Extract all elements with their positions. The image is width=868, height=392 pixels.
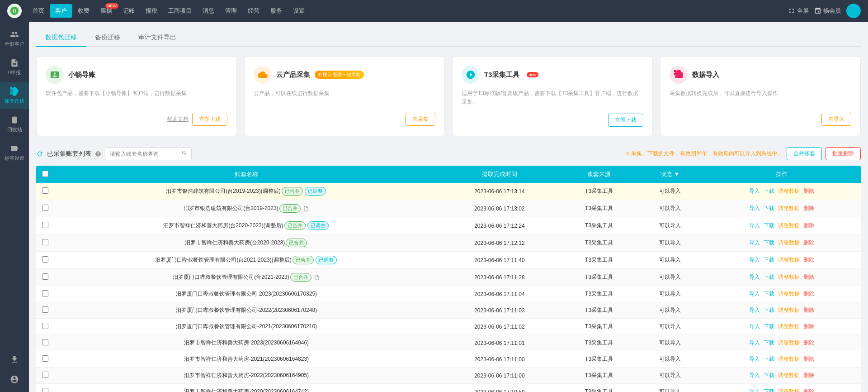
batch-delete-btn[interactable]: 批量删除 (826, 147, 861, 160)
col-status[interactable]: 状态 ▼ (638, 166, 703, 183)
cloud-collect-btn[interactable]: 去采集 (406, 113, 435, 126)
row-checkbox[interactable] (42, 323, 48, 329)
row-checkbox[interactable] (42, 372, 48, 378)
action-delete[interactable]: 删除 (803, 257, 814, 263)
merge-accounts-btn[interactable]: 合并账套 (787, 147, 822, 160)
nav-item-工商项目[interactable]: 工商项目 (163, 4, 197, 18)
action-adjust[interactable]: 调整数据 (778, 307, 800, 313)
action-import[interactable]: 导入 (749, 323, 760, 330)
action-delete[interactable]: 删除 (803, 323, 814, 330)
search-input[interactable] (105, 148, 178, 159)
sidebar-item-all-clients[interactable]: 全部客户 (0, 25, 29, 52)
row-checkbox[interactable] (42, 222, 48, 228)
action-delete[interactable]: 删除 (803, 205, 814, 211)
sidebar-item-tag-settings[interactable]: 标签设置 (0, 139, 29, 166)
nav-item-管理[interactable]: 管理 (220, 4, 242, 18)
action-import[interactable]: 导入 (749, 205, 760, 211)
action-download[interactable]: 下载 (764, 323, 774, 330)
action-delete[interactable]: 删除 (803, 388, 814, 392)
help-icon[interactable] (95, 151, 101, 157)
action-delete[interactable]: 删除 (803, 274, 814, 280)
refresh-icon[interactable] (36, 150, 43, 158)
action-download[interactable]: 下载 (764, 188, 774, 194)
action-delete[interactable]: 删除 (803, 188, 814, 194)
action-import[interactable]: 导入 (749, 257, 760, 263)
action-adjust[interactable]: 调整数据 (778, 239, 800, 246)
action-download[interactable]: 下载 (764, 239, 774, 246)
row-checkbox[interactable] (42, 256, 48, 263)
sidebar-item-download[interactable] (0, 350, 29, 368)
nav-item-报税[interactable]: 报税 (140, 4, 163, 18)
action-delete[interactable]: 删除 (803, 356, 814, 362)
row-checkbox[interactable] (42, 290, 48, 296)
action-adjust[interactable]: 调整数据 (778, 356, 800, 362)
action-delete[interactable]: 删除 (803, 339, 814, 346)
action-download[interactable]: 下载 (764, 307, 774, 313)
sidebar-item-trash[interactable]: 回收站 (0, 111, 29, 138)
action-import[interactable]: 导入 (749, 274, 760, 280)
xiaochang-download-btn[interactable]: 立即下载 (192, 113, 227, 126)
action-import[interactable]: 导入 (749, 188, 760, 194)
nav-item-客户[interactable]: 客户 (50, 4, 72, 18)
nav-item-消息[interactable]: 消息 (197, 4, 220, 18)
action-adjust[interactable]: 调整数据 (778, 257, 800, 263)
row-checkbox[interactable] (42, 339, 48, 345)
action-import[interactable]: 导入 (749, 291, 760, 297)
action-download[interactable]: 下载 (764, 339, 774, 346)
action-download[interactable]: 下载 (764, 222, 774, 229)
action-download[interactable]: 下载 (764, 205, 774, 211)
action-import[interactable]: 导入 (749, 239, 760, 246)
action-download[interactable]: 下载 (764, 291, 774, 297)
action-delete[interactable]: 删除 (803, 222, 814, 229)
nav-item-收费[interactable]: 收费 (72, 4, 95, 18)
action-import[interactable]: 导入 (749, 339, 760, 346)
action-delete[interactable]: 删除 (803, 372, 814, 378)
action-download[interactable]: 下载 (764, 388, 774, 392)
search-button[interactable] (178, 148, 191, 160)
tab-backup-migration[interactable]: 备份迁移 (86, 29, 129, 47)
dataimport-btn[interactable]: 去导入 (821, 113, 851, 126)
row-checkbox[interactable] (42, 306, 48, 313)
action-adjust[interactable]: 调整数据 (778, 274, 800, 280)
action-delete[interactable]: 删除 (803, 291, 814, 297)
row-checkbox[interactable] (42, 273, 48, 280)
action-adjust[interactable]: 调整数据 (778, 291, 800, 297)
row-checkbox[interactable] (42, 355, 48, 362)
action-adjust[interactable]: 调整数据 (778, 188, 800, 194)
action-adjust[interactable]: 调整数据 (778, 372, 800, 378)
action-delete[interactable]: 删除 (803, 307, 814, 313)
row-checkbox[interactable] (42, 187, 48, 194)
action-download[interactable]: 下载 (764, 372, 774, 378)
nav-item-首页[interactable]: 首页 (27, 4, 50, 18)
action-adjust[interactable]: 调整数据 (778, 388, 800, 392)
row-checkbox[interactable] (42, 388, 48, 392)
action-import[interactable]: 导入 (749, 356, 760, 362)
action-delete[interactable]: 删除 (803, 239, 814, 246)
row-checkbox[interactable] (42, 205, 48, 211)
nav-item-服务[interactable]: 服务 (265, 4, 288, 18)
sidebar-item-user-settings[interactable] (0, 370, 29, 388)
tab-data-migration[interactable]: 数据包迁移 (36, 29, 86, 47)
user-avatar[interactable] (846, 4, 861, 18)
action-import[interactable]: 导入 (749, 372, 760, 378)
nav-item-经营[interactable]: 经营 (242, 4, 265, 18)
select-all-checkbox[interactable] (42, 171, 48, 177)
help-doc-link[interactable]: 帮助文档 (167, 115, 189, 123)
t3-download-btn[interactable]: 立即下载 (608, 114, 643, 127)
app-logo[interactable] (7, 4, 22, 18)
sidebar-item-migrate[interactable]: 账套迁移 (0, 82, 29, 109)
action-adjust[interactable]: 调整数据 (778, 222, 800, 229)
action-import[interactable]: 导入 (749, 388, 760, 392)
tab-audit-export[interactable]: 审计文件导出 (129, 29, 185, 47)
action-adjust[interactable]: 调整数据 (778, 205, 800, 211)
action-adjust[interactable]: 调整数据 (778, 323, 800, 330)
action-download[interactable]: 下载 (764, 274, 774, 280)
member-btn[interactable]: 畅会员 (814, 7, 841, 15)
sidebar-item-zero-report[interactable]: 0申报 (0, 54, 29, 81)
action-import[interactable]: 导入 (749, 307, 760, 313)
action-import[interactable]: 导入 (749, 222, 760, 229)
nav-item-设置[interactable]: 设置 (288, 4, 310, 18)
action-download[interactable]: 下载 (764, 356, 774, 362)
nav-item-记账[interactable]: 记账 (118, 4, 140, 18)
action-adjust[interactable]: 调整数据 (778, 339, 800, 346)
